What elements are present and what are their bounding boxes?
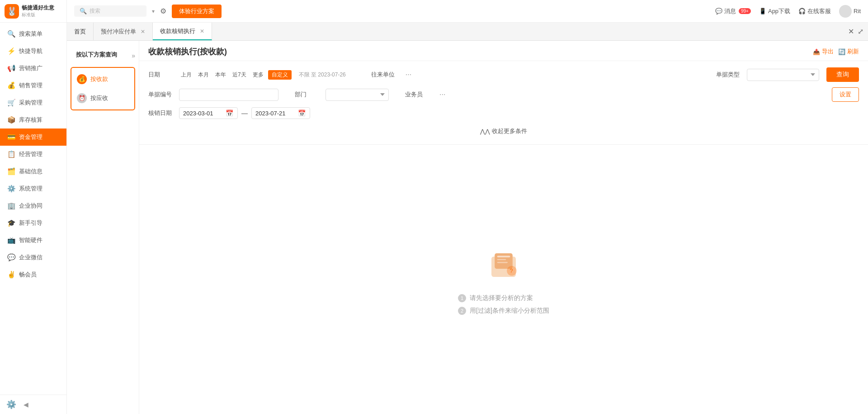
empty-tips: 1 请先选择要分析的方案 2 用[过滤]条件来缩小分析范围 [458, 294, 549, 315]
user-avatar-btn[interactable]: Rit [839, 5, 861, 18]
sidebar-item-hardware[interactable]: 📺智能硬件 [0, 232, 66, 249]
write-off-date-label: 核销日期 [148, 109, 172, 117]
tab-actions: ✕ ⤢ [848, 27, 868, 36]
filter-item-receivable[interactable]: ⏰ 按应收 [71, 89, 134, 108]
tab-prepay[interactable]: 预付冲应付单✕ [94, 23, 153, 40]
marketing-icon: 📢 [7, 64, 15, 72]
svg-rect-2 [497, 256, 510, 257]
sidebar-item-marketing[interactable]: 📢营销推广 [0, 60, 66, 77]
counter-party-label: 往来单位 [371, 71, 395, 79]
online-service-btn[interactable]: 🎧 在线客服 [798, 7, 831, 15]
sidebar-item-inventory[interactable]: 📦库存核算 [0, 111, 66, 128]
staff-label: 业务员 [405, 90, 429, 99]
settings-icon[interactable]: ⚙️ [6, 400, 16, 409]
message-btn[interactable]: 💬 消息 99+ [715, 7, 751, 15]
dept-label: 部门 [295, 90, 318, 99]
logo: 🐰 畅捷通好生意 标准版 [0, 0, 66, 23]
tab-label-prepay: 预付冲应付单 [101, 28, 136, 36]
svg-rect-4 [497, 262, 508, 263]
close-tab-icon[interactable]: ✕ [848, 27, 854, 36]
staff-dots-btn[interactable]: ··· [436, 90, 449, 99]
write-off-end-wrap: 📅 [251, 107, 310, 119]
sidebar-item-search[interactable]: 🔍搜索菜单 [0, 25, 66, 43]
tab-close-collection[interactable]: ✕ [200, 28, 204, 34]
write-off-start-wrap: 📅 [179, 107, 238, 119]
counter-party-dots-btn[interactable]: ··· [402, 71, 415, 79]
form-row-3: 核销日期 📅 — 📅 [148, 107, 859, 119]
write-off-date-range: 📅 — 📅 [179, 107, 310, 119]
message-icon: 💬 [715, 8, 722, 14]
wechat-icon: 💬 [7, 253, 15, 262]
collapse-sidebar-icon[interactable]: ◀ [24, 401, 28, 408]
cal-end-icon[interactable]: 📅 [298, 109, 306, 117]
sidebar-item-finance[interactable]: 💳资金管理 [0, 128, 66, 146]
finance-icon: 💳 [7, 133, 15, 141]
voucher-no-label: 单据编号 [148, 90, 172, 99]
date-shortcuts: 上月 本月 本年 近7天 更多 自定义 [179, 70, 292, 80]
voucher-type-select[interactable] [747, 69, 819, 81]
empty-illustration: ? [483, 244, 524, 285]
expand-icon[interactable]: ⤢ [858, 27, 863, 36]
content: 按以下方案查询 » 💰 按收款 ⏰ 按应收 收款核销执行(按收款) [67, 41, 868, 414]
sidebar-item-member[interactable]: ✌️畅会员 [0, 266, 66, 283]
export-btn[interactable]: 📤 导出 [813, 48, 834, 56]
receivable-icon: ⏰ [77, 93, 87, 103]
date-btn-7days[interactable]: 近7天 [231, 70, 248, 80]
sidebar-item-system[interactable]: ⚙️系统管理 [0, 180, 66, 197]
date-btn-more[interactable]: 更多 [251, 70, 265, 80]
sidebar-item-cooperation[interactable]: 🏢企业协同 [0, 197, 66, 214]
date-btn-last-month[interactable]: 上月 [179, 70, 193, 80]
app-download-btn[interactable]: 📱 App下载 [759, 7, 790, 15]
sidebar-item-purchase[interactable]: 🛒采购管理 [0, 94, 66, 111]
date-btn-this-year[interactable]: 本年 [213, 70, 228, 80]
dept-select[interactable] [326, 89, 389, 101]
sidebar-item-operation[interactable]: 📋经营管理 [0, 146, 66, 163]
form-row-2: 单据编号 部门 业务员 ··· 设置 [148, 87, 859, 102]
write-off-end-input[interactable] [255, 110, 296, 117]
sidebar-item-basic[interactable]: 🗂️基础信息 [0, 163, 66, 180]
main-panel: 收款核销执行(按收款) 📤 导出 🔄 刷新 日期 [139, 41, 868, 414]
voucher-no-input[interactable] [179, 89, 278, 101]
filter-collapse-icon[interactable]: » [132, 52, 135, 59]
topbar-search[interactable]: 🔍 搜索 [74, 5, 146, 17]
sidebar-item-sales[interactable]: 💰销售管理 [0, 77, 66, 94]
topbar-gear-icon[interactable]: ⚙ [160, 7, 166, 15]
query-btn[interactable]: 查询 [826, 67, 859, 82]
guide-icon: 🎓 [7, 219, 15, 227]
filter-title: 按以下方案查询 [71, 48, 123, 63]
sidebar-item-wechat[interactable]: 💬企业微信 [0, 249, 66, 266]
tab-collection[interactable]: 收款核销执行✕ [153, 23, 212, 40]
filter-options: 💰 按收款 ⏰ 按应收 [71, 67, 135, 110]
settings-btn[interactable]: 设置 [832, 87, 859, 102]
collapse-more-btn[interactable]: ⋀⋀ 收起更多条件 [148, 124, 859, 138]
empty-tip-1: 1 请先选择要分析的方案 [458, 294, 549, 302]
main: 🔍 搜索 ▾ ⚙ 体验行业方案 💬 消息 99+ 📱 App下载 🎧 在线客服 … [67, 0, 868, 414]
sidebar-item-quick[interactable]: ⚡快捷导航 [0, 43, 66, 60]
solution-btn[interactable]: 体验行业方案 [172, 5, 222, 18]
service-icon: 🎧 [798, 8, 806, 14]
topbar-chevron-icon[interactable]: ▾ [152, 8, 155, 14]
date-hint: 不限 至 2023-07-26 [299, 71, 346, 79]
tab-home[interactable]: 首页 [67, 23, 94, 40]
empty-tip-2: 2 用[过滤]条件来缩小分析范围 [458, 307, 549, 315]
cooperation-icon: 🏢 [7, 202, 15, 210]
topbar-right: 💬 消息 99+ 📱 App下载 🎧 在线客服 Rit [715, 5, 861, 18]
operation-icon: 📋 [7, 150, 15, 158]
sidebar: 🐰 畅捷通好生意 标准版 🔍搜索菜单⚡快捷导航📢营销推广💰销售管理🛒采购管理📦库… [0, 0, 67, 414]
date-btn-this-month[interactable]: 本月 [196, 70, 211, 80]
query-form: 日期 上月 本月 本年 近7天 更多 自定义 不限 至 2023-07-26 往… [139, 61, 868, 145]
write-off-start-input[interactable] [183, 110, 224, 117]
logo-text: 畅捷通好生意 标准版 [22, 5, 54, 18]
form-row-1: 日期 上月 本月 本年 近7天 更多 自定义 不限 至 2023-07-26 往… [148, 67, 859, 82]
svg-text:?: ? [510, 268, 513, 274]
search-icon: 🔍 [80, 8, 87, 14]
sidebar-item-guide[interactable]: 🎓新手引导 [0, 214, 66, 232]
tab-close-prepay[interactable]: ✕ [141, 29, 145, 35]
refresh-btn[interactable]: 🔄 刷新 [838, 48, 859, 56]
svg-rect-3 [497, 259, 506, 260]
filter-item-collection[interactable]: 💰 按收款 [71, 70, 134, 89]
search-icon: 🔍 [7, 30, 15, 38]
date-btn-custom[interactable]: 自定义 [268, 70, 292, 80]
cal-start-icon[interactable]: 📅 [226, 109, 233, 117]
collapse-up-icon: ⋀⋀ [480, 128, 490, 135]
